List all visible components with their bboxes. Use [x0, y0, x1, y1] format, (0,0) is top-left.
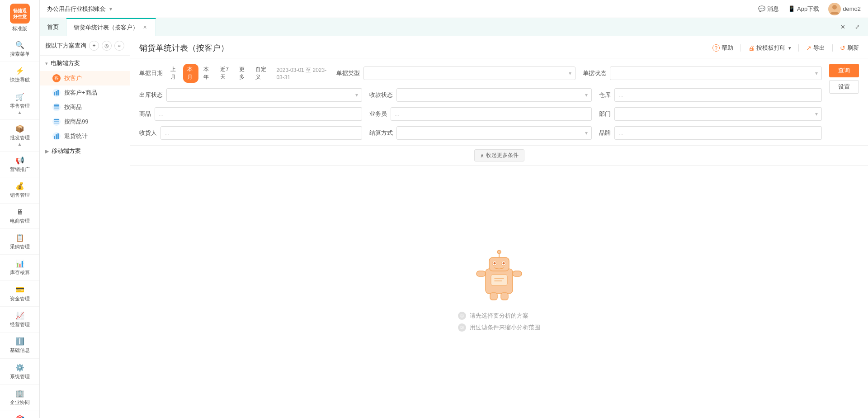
svg-rect-5 — [54, 104, 59, 106]
settings-button[interactable]: 设置 — [829, 80, 859, 94]
sidebar-item-finance[interactable]: 💳 资金管理 — [0, 281, 39, 307]
search-icon: 🔍 — [15, 41, 24, 49]
date-label: 单据日期 — [139, 69, 163, 77]
receipt-status-input[interactable]: ▾ — [396, 88, 592, 102]
scheme-item-by-product[interactable]: 按商品 — [40, 100, 130, 114]
sidebar-item-search[interactable]: 🔍 搜索菜单 — [0, 36, 39, 62]
page-header: 销货单统计表（按客户） ? 帮助 🖨 按模板打印 ▾ ↗ — [130, 36, 868, 58]
scheme-group-mobile-title[interactable]: ▶ 移动端方案 — [40, 143, 130, 159]
sidebar-item-label: 资金管理 — [10, 295, 30, 302]
search-button[interactable]: 查询 — [829, 64, 859, 77]
scheme-item-by-customer[interactable]: 客 按客户 — [40, 71, 130, 86]
filter-recipient: 收货人 ... — [139, 126, 362, 140]
filter-order-type: 单据类型 ▾ — [336, 66, 576, 80]
app-title-dropdown-icon[interactable]: ▾ — [109, 6, 112, 12]
left-panel-title: 按以下方案查询 — [45, 42, 86, 50]
settlement-input[interactable]: ▾ — [396, 126, 592, 140]
scheme-item-label: 按客户+商品 — [64, 89, 97, 97]
filter-order-status: 单据状态 ▾ — [583, 66, 822, 80]
operations-icon: 📈 — [15, 311, 24, 320]
scheme-item-customer-product[interactable]: 按客户+商品 — [40, 86, 130, 100]
date-tab-more[interactable]: 更多 — [235, 64, 251, 83]
collapse-button[interactable]: ∧ 收起更多条件 — [474, 149, 524, 162]
filter-department: 部门 ▾ — [599, 107, 822, 121]
salesperson-input[interactable]: ... — [391, 107, 592, 121]
sidebar-nav-items: 🔍 搜索菜单 ⚡ 快捷导航 🛒 零售管理 ▲ 📦 批发管理 ▲ 📢 营销推广 💰… — [0, 36, 39, 418]
scheme-item-label: 按商品 — [64, 103, 82, 111]
sidebar-item-retail[interactable]: 🛒 零售管理 ▲ — [0, 88, 39, 120]
empty-hints: ① 请先选择要分析的方案 ② 用过滤条件来缩小分析范围 — [458, 312, 540, 335]
sidebar-item-quick-nav[interactable]: ⚡ 快捷导航 — [0, 62, 39, 88]
svg-rect-6 — [54, 106, 59, 108]
settings-scheme-button[interactable]: ◎ — [102, 41, 112, 51]
sidebar-item-purchase[interactable]: 📋 采购管理 — [0, 229, 39, 255]
tab-home[interactable]: 首页 — [40, 18, 66, 36]
svg-rect-11 — [54, 136, 55, 139]
message-button[interactable]: 💬 消息 — [758, 5, 779, 13]
sidebar-item-basics[interactable]: ℹ️ 基础信息 — [0, 332, 39, 358]
order-type-input[interactable]: ▾ — [363, 66, 576, 80]
app-download-button[interactable]: 📱 App下载 — [788, 5, 819, 13]
svg-rect-12 — [56, 134, 57, 139]
sidebar-item-inventory[interactable]: 📊 库存核算 — [0, 255, 39, 280]
finance-icon: 💳 — [15, 285, 24, 294]
scheme-item-label: 按客户 — [64, 74, 82, 82]
warehouse-input[interactable]: ... — [614, 88, 822, 102]
tab-bar-actions: ✕ ⤢ — [837, 22, 868, 33]
left-panel-header: 按以下方案查询 + ◎ « — [40, 36, 130, 56]
scheme-group-desktop-title[interactable]: ▾ 电脑端方案 — [40, 56, 130, 71]
sidebar-logo[interactable]: 畅捷通 好生意 标准版 — [0, 0, 39, 36]
brand-label: 品牌 — [599, 129, 611, 137]
sidebar-item-ecommerce[interactable]: 🖥 电商管理 — [0, 204, 39, 229]
filter-settlement: 结算方式 ▾ — [369, 126, 592, 140]
help-button[interactable]: ? 帮助 — [712, 44, 733, 52]
date-tab-this-year[interactable]: 本年 — [199, 64, 215, 83]
user-profile-button[interactable]: demo2 — [828, 3, 861, 15]
date-tab-7days[interactable]: 近7天 — [216, 64, 234, 83]
sidebar-item-label: 经营管理 — [10, 321, 30, 328]
recipient-label: 收货人 — [139, 129, 157, 137]
robot-svg — [472, 248, 526, 303]
export-button[interactable]: ↗ 导出 — [806, 44, 825, 52]
tab-close-action[interactable]: ✕ — [837, 22, 848, 33]
scheme-item-by-product99[interactable]: 按商品99 — [40, 114, 130, 129]
sidebar-item-label: 快捷导航 — [10, 76, 30, 83]
product-input[interactable]: ... — [155, 107, 362, 121]
svg-rect-4 — [57, 90, 59, 95]
date-tab-last-month[interactable]: 上月 — [166, 64, 182, 83]
scheme-item-return-stats[interactable]: 退货统计 — [40, 129, 130, 143]
basics-icon: ℹ️ — [15, 337, 24, 346]
refresh-button[interactable]: ↺ 刷新 — [840, 44, 859, 52]
sidebar-item-label: 销售管理 — [10, 192, 30, 198]
brand-input[interactable]: ... — [614, 126, 822, 140]
sidebar-item-operations[interactable]: 📈 经营管理 — [0, 307, 39, 332]
top-header-left: 办公用品行业模拟账套 ▾ — [47, 5, 112, 13]
sidebar-item-marketing[interactable]: 📢 营销推广 — [0, 152, 39, 177]
sidebar-item-newbie[interactable]: 🎯 新手引导 — [0, 410, 39, 418]
out-status-input[interactable]: ▾ — [166, 88, 362, 102]
tab-expand-action[interactable]: ⤢ — [852, 22, 863, 33]
filter-salesperson: 业务员 ... — [369, 107, 592, 121]
recipient-input[interactable]: ... — [160, 126, 362, 140]
svg-point-1 — [832, 5, 837, 10]
add-scheme-button[interactable]: + — [89, 41, 99, 51]
print-dropdown-icon[interactable]: ▾ — [788, 45, 791, 51]
date-tab-this-month[interactable]: 本月 — [183, 64, 199, 83]
warehouse-label: 仓库 — [599, 91, 611, 99]
print-button[interactable]: 🖨 按模板打印 ▾ — [748, 44, 791, 52]
sidebar-item-sales[interactable]: 💰 销售管理 — [0, 177, 39, 203]
department-input[interactable]: ▾ — [614, 107, 822, 121]
tab-close-button[interactable]: ✕ — [141, 24, 148, 31]
sidebar-item-label: 零售管理 — [10, 103, 30, 109]
filter-row-3: 商品 ... 业务员 ... — [139, 107, 822, 121]
app-title: 办公用品行业模拟账套 — [47, 5, 106, 13]
sidebar-item-system[interactable]: ⚙️ 系统管理 — [0, 359, 39, 385]
order-status-input[interactable]: ▾ — [610, 66, 822, 80]
sidebar-item-wholesale[interactable]: 📦 批发管理 ▲ — [0, 120, 39, 152]
collapse-panel-button[interactable]: « — [114, 41, 124, 51]
sidebar-item-enterprise[interactable]: 🏢 企业协同 — [0, 385, 39, 410]
tab-sales-stats[interactable]: 销货单统计表（按客户） ✕ — [66, 18, 156, 36]
sidebar-item-label: 基础信息 — [10, 347, 30, 353]
date-tab-custom[interactable]: 自定义 — [251, 64, 271, 83]
app-download-label: App下载 — [797, 5, 819, 13]
